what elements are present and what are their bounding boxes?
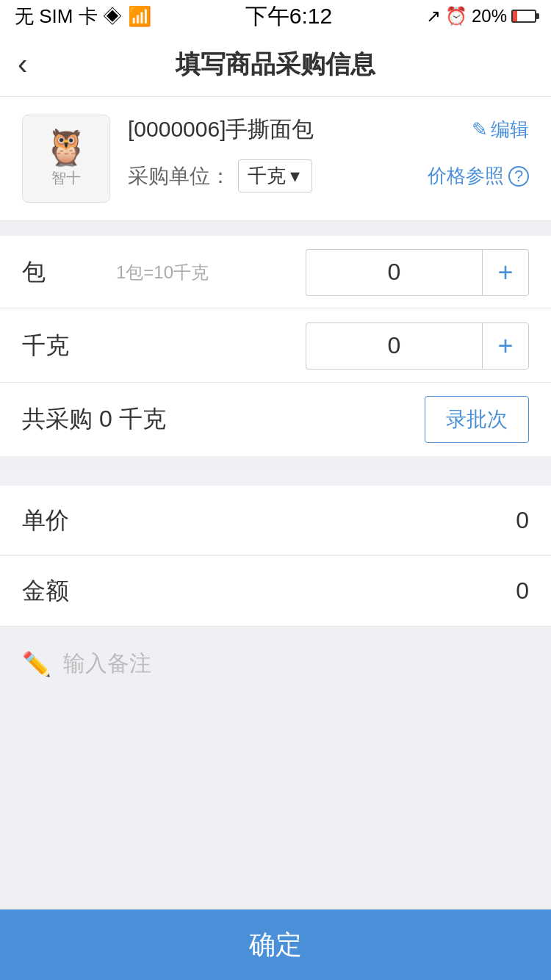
price-ref-button[interactable]: 价格参照 ? — [428, 163, 529, 189]
amount-label: 金额 — [22, 575, 69, 608]
battery-icon — [511, 10, 536, 23]
battery-percent: 20% — [472, 6, 507, 26]
kilogram-input[interactable]: 0 — [306, 323, 482, 370]
pencil-icon: ✏️ — [22, 650, 51, 678]
kilogram-input-row: 千克 0 + — [0, 309, 551, 383]
status-left: 无 SIM 卡 ◈ 📶 — [15, 4, 151, 29]
bao-label: 包 — [22, 256, 110, 289]
wifi-icon: 📶 — [128, 5, 151, 28]
confirm-button[interactable]: 确定 — [0, 909, 551, 980]
kilogram-input-right: 0 + — [306, 323, 529, 370]
help-icon: ? — [508, 166, 529, 187]
edit-button[interactable]: ✎ 编辑 — [472, 117, 529, 143]
notes-section[interactable]: ✏️ 输入备注 — [0, 628, 551, 699]
divider-2 — [0, 456, 551, 471]
kilogram-label: 千克 — [22, 330, 110, 362]
unit-value: 千克 — [248, 163, 286, 189]
bao-plus-button[interactable]: + — [482, 249, 529, 296]
chevron-down-icon: ▾ — [290, 165, 300, 187]
unit-price-label: 单价 — [22, 505, 69, 537]
total-row: 共采购 0 千克 录批次 — [0, 383, 551, 456]
status-right: ↗ ⏰ 20% — [426, 6, 536, 26]
location-icon: ↗ — [426, 6, 441, 26]
notes-placeholder: 输入备注 — [63, 649, 151, 679]
bao-sublabel: 1包=10千克 — [116, 261, 209, 284]
unit-price-row: 单价 0 — [0, 486, 551, 556]
divider-1 — [0, 221, 551, 236]
status-time: 下午6:12 — [245, 1, 332, 32]
price-section: 单价 0 金额 0 — [0, 486, 551, 627]
amount-row: 金额 0 — [0, 556, 551, 627]
product-owl-icon: 🦉 — [44, 130, 88, 165]
back-button[interactable]: ‹ — [18, 48, 27, 81]
purchase-unit-label: 采购单位： 千克 ▾ — [128, 159, 312, 192]
product-info: [0000006]手撕面包 ✎ 编辑 采购单位： 千克 ▾ 价格参照 ? — [128, 115, 529, 192]
total-label: 共采购 0 千克 — [22, 403, 166, 436]
price-ref-label: 价格参照 — [428, 163, 504, 189]
product-image: 🦉 智十 — [22, 115, 110, 203]
bao-input-right: 0 + — [306, 249, 529, 296]
input-section: 包 1包=10千克 0 + 千克 0 + — [0, 236, 551, 383]
status-bar: 无 SIM 卡 ◈ 📶 下午6:12 ↗ ⏰ 20% — [0, 0, 551, 32]
unit-select[interactable]: 千克 ▾ — [238, 159, 312, 192]
batch-button[interactable]: 录批次 — [425, 396, 529, 443]
amount-value: 0 — [516, 577, 529, 605]
purchase-unit-row: 采购单位： 千克 ▾ 价格参照 ? — [128, 159, 529, 192]
unit-price-value: 0 — [516, 507, 529, 534]
edit-icon: ✎ — [472, 118, 488, 141]
product-name: [0000006]手撕面包 — [128, 115, 314, 145]
edit-label: 编辑 — [491, 117, 529, 143]
page-title: 填写商品采购信息 — [176, 48, 375, 82]
kilogram-plus-button[interactable]: + — [482, 323, 529, 370]
nav-bar: ‹ 填写商品采购信息 — [0, 32, 551, 97]
sim-label: 无 SIM 卡 ◈ — [15, 4, 122, 29]
product-name-row: [0000006]手撕面包 ✎ 编辑 — [128, 115, 529, 145]
product-image-label: 智十 — [51, 168, 81, 188]
content-spacer — [0, 699, 551, 920]
alarm-icon: ⏰ — [445, 6, 467, 26]
bao-input-row: 包 1包=10千克 0 + — [0, 236, 551, 309]
bao-input[interactable]: 0 — [306, 249, 482, 296]
product-card: 🦉 智十 [0000006]手撕面包 ✎ 编辑 采购单位： 千克 ▾ 价格参照 … — [0, 97, 551, 221]
